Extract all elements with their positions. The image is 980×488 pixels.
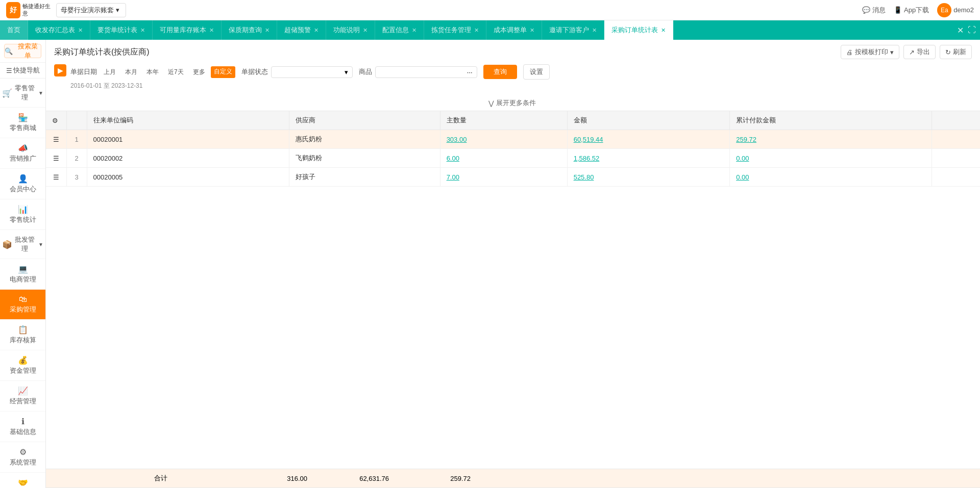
workspace-selector[interactable]: 母婴行业演示账套 ▾ [56,3,126,17]
quantity-cell[interactable]: 303.00 [440,130,567,149]
sidebar-item-member[interactable]: 👤 会员中心 [0,169,45,199]
tab-label: 要货单统计表 [97,25,137,35]
amount-cell[interactable]: 1,586.52 [567,149,730,168]
settings-col-header[interactable]: ⚙ [46,111,66,130]
sidebar-item-purchase[interactable]: 🛍 采购管理 [0,290,45,320]
data-table: ⚙ 往来单位编码 供应商 主数量 金额 累计付款金额 ☰ 1 00020001 … [46,111,980,187]
sidebar-item-collab[interactable]: 🤝 企业协同 [0,473,45,488]
paid-amount-cell[interactable]: 0.00 [730,149,932,168]
supplier-name-cell: 飞鹤奶粉 [289,149,440,168]
sidebar-item-label: 零售商城 [10,123,36,133]
retail-mall-icon: 🏪 [18,113,28,122]
tab-close-icon[interactable]: ✕ [314,27,318,34]
refresh-btn[interactable]: ↻ 刷新 [940,45,972,59]
tab-label: 可用量库存账本 [160,25,206,35]
tab-pick-task[interactable]: 拣货任务管理 ✕ [424,20,486,40]
tab-overstock[interactable]: 超储预警 ✕ [277,20,326,40]
supplier-name-col-header: 供应商 [289,111,440,130]
tab-purchase-order-stats[interactable]: 采购订单统计表 ✕ [604,20,673,40]
tab-available-inventory[interactable]: 可用量库存账本 ✕ [153,20,222,40]
nav-icon: ☰ [6,67,12,74]
amount-cell[interactable]: 60,519.44 [567,130,730,149]
supplier-code-cell: 00020001 [87,130,289,149]
sidebar-item-wholesale[interactable]: 📦 批发管理 ▼ [0,230,45,259]
paid-amount-cell[interactable]: 0.00 [730,168,932,187]
sidebar-item-retail[interactable]: 🛒 零售管理 ▼ [0,79,45,108]
custom-date-badge[interactable]: 自定义 [211,66,235,78]
quantity-cell[interactable]: 7.00 [440,168,567,187]
tab-config[interactable]: 配置信息 ✕ [375,20,424,40]
sidebar-item-inventory[interactable]: 📋 库存核算 [0,320,45,350]
row-settings[interactable]: ☰ [46,168,66,187]
sidebar-item-finance[interactable]: 💰 资金管理 [0,350,45,381]
goods-filter-label: 商品 [359,67,372,76]
last-month-btn[interactable]: 上月 [100,66,119,78]
tab-close-icon[interactable]: ✕ [363,27,368,34]
page-header: 采购订单统计表(按供应商) 🖨 按模板打印 ▾ ↗ 导出 ↻ 刷新 [46,40,980,111]
sidebar-item-operations[interactable]: 📈 经营管理 [0,381,45,412]
tab-close-icon[interactable]: ✕ [530,27,534,34]
tab-label: 成本调整单 [494,25,527,35]
tab-close-icon[interactable]: ✕ [412,27,416,34]
footer-paid-amount: 259.72 [409,475,471,482]
sidebar-item-basic-info[interactable]: ℹ 基础信息 [0,412,45,442]
tab-close-icon[interactable]: ✕ [592,27,597,34]
tab-inventory-summary[interactable]: 收发存汇总表 ✕ [28,20,90,40]
template-print-btn[interactable]: 🖨 按模板打印 ▾ [841,45,899,59]
chevron-down-icon: ▼ [38,90,43,96]
expand-more-btn[interactable]: ⋁ 展开更多条件 [54,95,972,111]
quick-nav-btn[interactable]: ☰ 快捷导航 [0,63,45,79]
tab-order-stats[interactable]: 要货单统计表 ✕ [90,20,153,40]
more-dates-btn[interactable]: 更多 [189,66,209,78]
page-title: 采购订单统计表(按供应商) [54,47,150,58]
top-bar: 好 畅捷通好生意 母婴行业演示账套 ▾ 💬 消息 📱 App下载 Ea demo… [0,0,980,20]
sidebar-item-marketing[interactable]: 📣 营销推广 [0,138,45,169]
tab-close-icon[interactable]: ✕ [78,27,83,34]
toggle-filter-btn[interactable]: ▶ [54,64,66,76]
status-select[interactable]: ▾ [271,66,353,78]
refresh-label: 刷新 [953,47,966,57]
logo-text: 畅捷通好生意 [22,3,52,16]
row-settings[interactable]: ☰ [46,130,66,149]
extra-cell [932,168,980,187]
tab-cost-adjust[interactable]: 成本调整单 ✕ [486,20,542,40]
sidebar-item-system[interactable]: ⚙ 系统管理 [0,442,45,473]
supplier-name-cell: 惠氏奶粉 [289,130,440,149]
paid-amount-col-header: 累计付款金额 [730,111,932,130]
this-month-btn[interactable]: 本月 [121,66,141,78]
date-filter-group: 单据日期 上月 本月 本年 近7天 更多 自定义 [70,66,235,78]
quantity-cell[interactable]: 6.00 [440,149,567,168]
maximize-tab-btn[interactable]: ⛶ [968,25,976,35]
paid-amount-cell[interactable]: 259.72 [730,130,932,149]
user-area[interactable]: Ea demo2 [937,3,974,17]
sidebar-item-ecommerce[interactable]: 💻 电商管理 [0,259,45,290]
main-layout: 🔍 搜索菜单 ☰ 快捷导航 🛒 零售管理 ▼ 🏪 零售商城 📣 营销推广 👤 会… [0,40,980,488]
chevron-down-icon: ▼ [38,242,43,247]
goods-input[interactable]: ··· [375,66,477,78]
export-btn[interactable]: ↗ 导出 [903,45,936,59]
this-year-btn[interactable]: 本年 [143,66,162,78]
tab-home[interactable]: 首页 [0,20,28,40]
tab-close-icon[interactable]: ✕ [474,27,479,34]
tab-close-icon[interactable]: ✕ [661,27,666,34]
logo-icon: 好 [6,2,20,18]
tab-shelf-life[interactable]: 保质期查询 ✕ [222,20,277,40]
app-download-btn[interactable]: 📱 App下载 [894,6,929,15]
tab-close-icon[interactable]: ✕ [265,27,270,34]
search-menu-btn[interactable]: 🔍 搜索菜单 [4,44,41,58]
tab-close-icon[interactable]: ✕ [209,27,214,34]
message-btn[interactable]: 💬 消息 [862,6,886,15]
sidebar-item-label: 资金管理 [10,366,36,375]
tab-feature-desc[interactable]: 功能说明 ✕ [326,20,375,40]
amount-cell[interactable]: 525.80 [567,168,730,187]
last-7-days-btn[interactable]: 近7天 [164,66,187,78]
settings-btn[interactable]: 设置 [523,64,550,80]
tab-close-icon[interactable]: ✕ [140,27,145,34]
row-settings[interactable]: ☰ [46,149,66,168]
sidebar-item-retail-stats[interactable]: 📊 零售统计 [0,199,45,230]
query-btn[interactable]: 查询 [483,65,517,79]
ecommerce-icon: 💻 [18,264,28,274]
tab-invite-customer[interactable]: 邀请下游客户 ✕ [542,20,604,40]
sidebar-item-retail-mall[interactable]: 🏪 零售商城 [0,108,45,138]
close-tab-btn[interactable]: ✕ [957,25,964,35]
